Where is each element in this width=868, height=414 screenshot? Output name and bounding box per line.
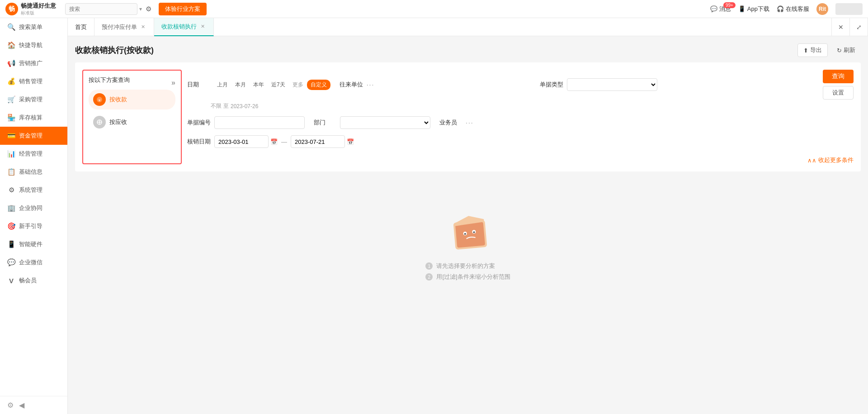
sidebar-item-guide[interactable]: 🎯 新手引导 <box>0 217 67 235</box>
sidebar: 🔍 搜索菜单 🏠 快捷导航 📢 营销推广 💰 销售管理 🛒 采购管理 🏪 库存核… <box>0 18 68 414</box>
date-btn-this-year[interactable]: 本年 <box>250 80 268 90</box>
tab-home-label: 首页 <box>75 23 87 31</box>
voucher-no-input[interactable] <box>214 116 305 129</box>
sidebar-item-wechat[interactable]: 💬 企业微信 <box>0 253 67 271</box>
filter-group-unit: 往来单位 ··· <box>340 81 375 89</box>
topbar-right: 💬 消息 99+ 📱 App下载 🎧 在线客服 Rit <box>710 3 863 15</box>
sidebar-item-purchase[interactable]: 🛒 采购管理 <box>0 90 67 109</box>
enterprise-icon: 🏢 <box>7 204 15 212</box>
topbar-search-input[interactable] <box>65 3 137 15</box>
filter-group-voucher-type: 单据类型 <box>540 78 657 91</box>
date-label: 日期 <box>187 81 210 89</box>
solution-button[interactable]: 体验行业方案 <box>159 3 207 15</box>
chevron-down-icon[interactable]: ▾ <box>139 6 142 12</box>
collapse-sidebar-icon[interactable]: ◀ <box>19 401 24 409</box>
tab-home[interactable]: 首页 <box>68 18 94 36</box>
finance-icon: 💳 <box>7 132 15 140</box>
app-icon: 📱 <box>738 5 745 12</box>
date-separator: 至 <box>223 102 229 110</box>
svg-text:¥: ¥ <box>98 98 101 102</box>
tabbar: 首页 预付冲应付单 ✕ 收款核销执行 ✕ ✕ ⤢ <box>68 18 868 36</box>
filter-group-dept: 部门 <box>314 116 430 129</box>
sidebar-label-operation: 经营管理 <box>19 150 42 158</box>
sidebar-item-system[interactable]: ⚙ 系统管理 <box>0 181 67 199</box>
filter-collapse-icon[interactable]: » <box>171 79 175 87</box>
brand-text: 畅捷通好生意 标准版 <box>21 2 56 16</box>
date-btn-more[interactable]: 更多 <box>289 80 307 90</box>
empty-hint-1: 1 请先选择要分析的方案 <box>425 262 510 270</box>
date-btn-this-month[interactable]: 本月 <box>231 80 250 90</box>
writeoff-date-start-wrap: 📅 <box>214 135 278 148</box>
writeoff-date-start-input[interactable] <box>214 135 269 148</box>
online-service-button[interactable]: 🎧 在线客服 <box>777 5 809 13</box>
tab-receipt-writeoff[interactable]: 收款核销执行 ✕ <box>154 18 214 36</box>
unit-dots[interactable]: ··· <box>367 81 375 88</box>
filter-option-by-receivable-label: 按应收 <box>109 118 127 126</box>
service-label: 在线客服 <box>786 5 809 13</box>
empty-text: 1 请先选择要分析的方案 2 用[过滤]条件来缩小分析范围 <box>425 262 510 284</box>
refresh-button[interactable]: ↻ 刷新 <box>831 43 861 57</box>
sidebar-item-sales[interactable]: 💰 销售管理 <box>0 72 67 90</box>
tab-receipt-writeoff-close[interactable]: ✕ <box>199 23 206 30</box>
wechat-icon: 💬 <box>7 258 15 266</box>
tab-prepay[interactable]: 预付冲应付单 ✕ <box>94 18 154 36</box>
dept-select[interactable] <box>340 116 430 129</box>
sidebar-item-operation[interactable]: 📊 经营管理 <box>0 145 67 163</box>
date-nolimit-row: 不限 至 2023-07-26 <box>211 102 854 110</box>
sidebar-item-enterprise[interactable]: 🏢 企业协同 <box>0 199 67 217</box>
setting-button[interactable]: 设置 <box>823 86 854 100</box>
empty-num-1: 1 <box>425 262 433 270</box>
filter-option-by-receivable[interactable]: 按应收 <box>89 112 175 132</box>
service-icon: 🎧 <box>777 5 784 12</box>
message-button[interactable]: 💬 消息 99+ <box>710 5 731 13</box>
filter-option-by-receipt-label: 按收款 <box>109 95 127 104</box>
tab-prepay-close[interactable]: ✕ <box>140 24 146 30</box>
sidebar-item-hardware[interactable]: 📱 智能硬件 <box>0 235 67 253</box>
sidebar-item-marketing[interactable]: 📢 营销推广 <box>0 54 67 72</box>
filter-option-by-receipt[interactable]: ¥ 按收款 <box>89 90 175 109</box>
tab-prepay-label: 预付冲应付单 <box>102 23 137 31</box>
sidebar-item-finance[interactable]: 💳 资金管理 <box>0 127 67 145</box>
filter-scheme-panel: 按以下方案查询 » ¥ 按收款 按应收 <box>82 70 182 164</box>
query-button[interactable]: 查询 <box>823 70 854 83</box>
empty-num-2: 2 <box>425 273 433 281</box>
empty-hint-2-text: 用[过滤]条件来缩小分析范围 <box>436 273 510 281</box>
export-button[interactable]: ⬆ 导出 <box>797 43 828 57</box>
sidebar-label-quick-nav: 快捷导航 <box>19 41 42 49</box>
date-btn-last-7days[interactable]: 近7天 <box>268 80 289 90</box>
staff-dots[interactable]: ··· <box>466 119 474 126</box>
sidebar-label-member: 畅会员 <box>19 276 37 285</box>
sidebar-label-hardware: 智能硬件 <box>19 240 42 248</box>
settings-icon[interactable]: ⚙ <box>7 401 14 409</box>
sidebar-label-basic-info: 基础信息 <box>19 168 42 176</box>
calendar-end-icon[interactable]: 📅 <box>347 138 354 145</box>
sidebar-item-member[interactable]: V 畅会员 <box>0 271 67 290</box>
sales-icon: 💰 <box>7 77 15 86</box>
sidebar-label-search-menu: 搜索菜单 <box>19 23 42 31</box>
date-buttons: 上月 本月 本年 近7天 更多 自定义 <box>213 80 330 90</box>
main-layout: 🔍 搜索菜单 🏠 快捷导航 📢 营销推广 💰 销售管理 🛒 采购管理 🏪 库存核… <box>0 18 868 414</box>
date-btn-last-month[interactable]: 上月 <box>213 80 231 90</box>
close-all-tabs-button[interactable]: ✕ <box>832 18 850 36</box>
date-btn-custom[interactable]: 自定义 <box>307 80 330 90</box>
voucher-type-select[interactable] <box>567 78 657 91</box>
app-download-button[interactable]: 📱 App下载 <box>738 5 769 13</box>
calendar-start-icon[interactable]: 📅 <box>270 138 278 145</box>
sidebar-item-inventory[interactable]: 🏪 库存核算 <box>0 109 67 127</box>
system-icon: ⚙ <box>7 186 15 194</box>
sidebar-item-quick-nav[interactable]: 🏠 快捷导航 <box>0 36 67 54</box>
sidebar-label-marketing: 营销推广 <box>19 59 42 67</box>
quick-nav-icon: 🏠 <box>7 41 15 49</box>
sidebar-label-finance: 资金管理 <box>19 132 42 140</box>
logo-icon: 畅 <box>5 3 18 15</box>
user-avatar: Rit <box>816 3 828 15</box>
voucher-no-label: 单据编号 <box>187 119 211 127</box>
gear-icon[interactable]: ⚙ <box>146 5 151 13</box>
expand-button[interactable]: ⤢ <box>850 18 868 36</box>
sidebar-item-basic-info[interactable]: 📋 基础信息 <box>0 163 67 181</box>
marketing-icon: 📢 <box>7 59 15 67</box>
sidebar-item-search-menu[interactable]: 🔍 搜索菜单 <box>0 18 67 36</box>
collapse-more-button[interactable]: ∧∧ 收起更多条件 <box>807 156 854 164</box>
writeoff-date-end-input[interactable] <box>291 135 345 148</box>
filter-group-voucher-no: 单据编号 <box>187 116 305 129</box>
